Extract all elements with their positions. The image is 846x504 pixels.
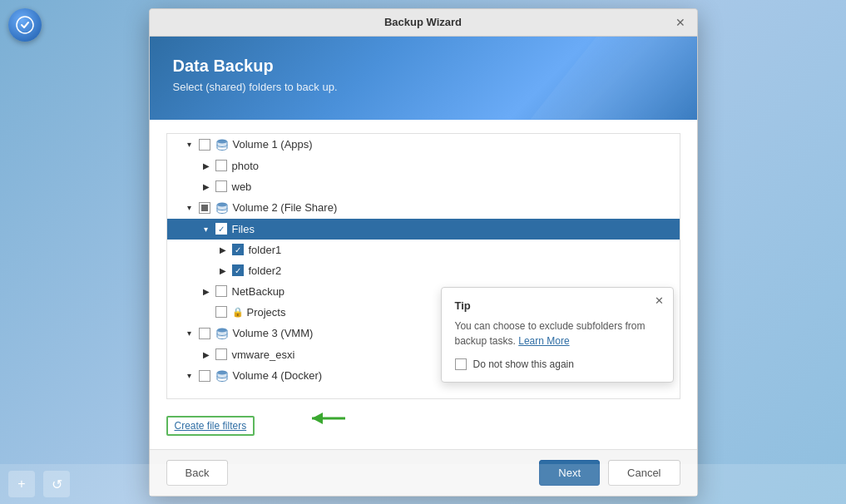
tip-learn-more-link[interactable]: Learn More	[518, 335, 569, 347]
expand-icon-web[interactable]: ▶	[200, 180, 212, 192]
create-file-filters-link[interactable]: Create file filters	[166, 416, 255, 436]
tree-label-volume3: Volume 3 (VMM)	[233, 327, 314, 339]
tree-label-volume4: Volume 4 (Docker)	[233, 369, 323, 382]
tree-label-vmware: vmware_esxi	[232, 348, 295, 361]
tip-popup: ✕ Tip You can choose to exclude subfolde…	[441, 287, 674, 383]
checkbox-folder2[interactable]: ✓	[232, 264, 244, 276]
checkbox-photo[interactable]	[215, 160, 227, 171]
expand-icon-photo[interactable]: ▶	[200, 160, 212, 171]
checkbox-folder1[interactable]: ✓	[232, 244, 244, 255]
tree-item-web[interactable]: ▶ web	[167, 176, 680, 197]
svg-rect-2	[216, 141, 227, 148]
checkbox-volume4[interactable]	[199, 370, 210, 382]
filters-section: Create file filters	[166, 408, 255, 436]
tip-checkbox-row: Do not show this again	[455, 358, 660, 370]
tree-label-volume2: Volume 2 (File Share)	[233, 201, 338, 214]
tree-item-folder1[interactable]: ▶ ✓ folder1	[167, 240, 680, 260]
checkbox-volume2[interactable]	[199, 202, 210, 214]
expand-icon-files[interactable]: ▾	[200, 223, 212, 235]
tree-label-folder2: folder2	[249, 264, 282, 277]
tree-label-projects: Projects	[247, 306, 286, 319]
tree-item-folder2[interactable]: ▶ ✓ folder2	[167, 260, 680, 281]
tip-checkbox-label: Do not show this again	[473, 358, 574, 370]
checkbox-netbackup[interactable]	[215, 285, 227, 297]
db-icon-v3	[215, 327, 229, 340]
tree-label-photo: photo	[232, 160, 260, 172]
db-icon-v2	[215, 201, 229, 215]
svg-point-0	[17, 17, 33, 33]
expand-icon-vmware[interactable]: ▶	[200, 348, 212, 360]
header-subtitle: Select (shared) folders to back up.	[173, 81, 674, 93]
svg-rect-6	[216, 329, 227, 337]
taskbar-add-button[interactable]: +	[8, 471, 35, 497]
checkbox-volume1[interactable]	[199, 139, 210, 151]
expand-spacer-projects	[200, 306, 212, 318]
tree-item-photo[interactable]: ▶ photo	[167, 156, 680, 176]
checkbox-web[interactable]	[215, 180, 227, 192]
checkbox-volume3[interactable]	[199, 328, 210, 339]
wizard-window: Backup Wizard ✕ Data Backup Select (shar…	[149, 8, 698, 497]
svg-marker-10	[312, 413, 323, 424]
taskbar: + ↺	[0, 464, 846, 504]
expand-icon-volume3[interactable]: ▾	[184, 328, 195, 339]
svg-rect-4	[216, 204, 227, 211]
wizard-body: ▾ Volume 1 (Apps) ▶ photo ▶	[150, 120, 697, 449]
title-bar: Backup Wizard ✕	[150, 9, 697, 37]
checkbox-vmware[interactable]	[215, 348, 227, 360]
close-button[interactable]: ✕	[674, 16, 687, 29]
lock-icon-projects: 🔒	[232, 307, 244, 318]
expand-icon-folder2[interactable]: ▶	[217, 264, 229, 276]
tree-label-files: Files	[232, 223, 255, 235]
checkbox-files[interactable]: ✓	[215, 223, 227, 235]
tip-close-button[interactable]: ✕	[653, 294, 666, 308]
taskbar-history-button[interactable]: ↺	[43, 471, 70, 497]
tip-text: You can choose to exclude subfolders fro…	[455, 319, 660, 348]
wizard-title: Backup Wizard	[173, 16, 674, 28]
expand-icon-volume4[interactable]: ▾	[184, 370, 195, 382]
checkbox-projects[interactable]	[215, 306, 227, 318]
wizard-header: Data Backup Select (shared) folders to b…	[150, 37, 697, 120]
expand-icon-folder1[interactable]: ▶	[217, 244, 229, 255]
annotation-arrow	[308, 409, 358, 427]
tip-do-not-show-checkbox[interactable]	[455, 358, 467, 370]
app-icon[interactable]	[8, 8, 42, 42]
db-icon	[215, 138, 229, 151]
header-title: Data Backup	[173, 57, 674, 76]
tree-label-netbackup: NetBackup	[232, 285, 285, 298]
tree-item-files[interactable]: ▾ ✓ Files	[167, 219, 680, 240]
expand-icon-volume2[interactable]: ▾	[184, 202, 195, 214]
expand-icon[interactable]: ▾	[184, 139, 195, 151]
tip-title: Tip	[455, 299, 660, 312]
tree-label-volume1: Volume 1 (Apps)	[233, 138, 313, 151]
db-icon-v4	[215, 369, 229, 383]
tree-label-folder1: folder1	[249, 244, 282, 256]
expand-icon-netbackup[interactable]: ▶	[200, 285, 212, 297]
tree-item-volume1[interactable]: ▾ Volume 1 (Apps)	[167, 134, 680, 156]
tree-item-volume2[interactable]: ▾ Volume 2 (File Share)	[167, 197, 680, 219]
svg-rect-8	[216, 372, 227, 379]
desktop: Backup Wizard ✕ Data Backup Select (shar…	[0, 0, 846, 504]
tree-label-web: web	[232, 180, 252, 193]
